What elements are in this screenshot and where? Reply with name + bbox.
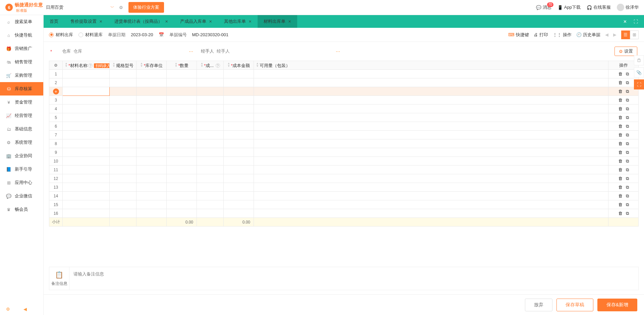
copy-icon[interactable]: ⧉ xyxy=(626,124,629,129)
copy-icon[interactable]: ⧉ xyxy=(626,115,629,120)
table-row[interactable]: 15🗑⧉ xyxy=(49,200,639,209)
radio-material-out[interactable]: 材料出库 xyxy=(49,32,73,38)
delete-icon[interactable]: 🗑 xyxy=(618,106,623,112)
copy-icon[interactable]: ⧉ xyxy=(626,202,629,207)
settings-button[interactable]: ⚙ 设置 xyxy=(614,47,637,56)
col-avail[interactable]: ▲▼可用量（包装） xyxy=(254,61,608,70)
col-spec[interactable]: ▲▼规格型号 xyxy=(110,61,137,70)
handler-input[interactable] xyxy=(216,47,341,55)
help-icon[interactable]: ? xyxy=(88,63,93,68)
delete-icon[interactable]: 🗑 xyxy=(618,211,623,216)
table-row[interactable]: 14🗑⧉ xyxy=(49,192,639,200)
table-row[interactable]: 7🗑⧉ xyxy=(49,131,639,139)
rail-note-icon[interactable]: 🗒 xyxy=(634,55,644,65)
sidebar-item-0[interactable]: ⌕搜索菜单 xyxy=(0,15,43,28)
handler-more-icon[interactable]: ⋯ xyxy=(336,49,340,54)
sidebar-item-6[interactable]: ¥资金管理 xyxy=(0,96,43,109)
save-new-button[interactable]: 保存&新增 xyxy=(597,299,637,311)
table-row[interactable]: 1🗑⧉ xyxy=(49,70,639,78)
delete-icon[interactable]: 🗑 xyxy=(618,176,623,181)
warehouse-input[interactable] xyxy=(73,47,195,55)
table-row[interactable]: 16🗑⧉ xyxy=(49,209,639,218)
col-unit[interactable]: ▲▼*库存单位 xyxy=(137,61,167,70)
sidebar-item-4[interactable]: 🛒采购管理 xyxy=(0,69,43,82)
copy-icon[interactable]: ⧉ xyxy=(626,159,629,164)
copy-icon[interactable]: ⧉ xyxy=(626,150,629,155)
sidebar-item-11[interactable]: 📘新手引导 xyxy=(0,163,43,176)
delete-icon[interactable]: 🗑 xyxy=(618,80,623,85)
tab-close-button[interactable]: ✕ xyxy=(620,16,630,27)
print-link[interactable]: 🖨 打印 xyxy=(534,32,548,38)
discard-button[interactable]: 放弃 xyxy=(525,299,552,311)
try-industry-button[interactable]: 体验行业方案 xyxy=(128,2,164,13)
copy-icon[interactable]: ⧉ xyxy=(626,80,629,85)
delete-icon[interactable]: 🗑 xyxy=(618,124,623,129)
tab-close-icon[interactable]: ✕ xyxy=(209,19,212,24)
tab-1[interactable]: 售价提取设置✕ xyxy=(64,15,108,28)
rail-expand-icon[interactable]: ⛶ xyxy=(634,79,644,89)
date-value[interactable]: 2023-03-20 xyxy=(131,32,153,37)
copy-icon[interactable]: ⧉ xyxy=(626,185,629,190)
sidebar-collapse-icon[interactable]: ◀ xyxy=(23,307,27,312)
delete-icon[interactable]: 🗑 xyxy=(618,115,623,120)
table-row[interactable]: 8🗑⧉ xyxy=(49,139,639,148)
next-doc-icon[interactable]: ▶ xyxy=(613,32,616,37)
delete-icon[interactable]: 🗑 xyxy=(618,202,623,207)
delete-icon[interactable]: 🗑 xyxy=(618,167,623,173)
category-dropdown[interactable]: 日用百货 ﹀ xyxy=(46,4,114,10)
delete-icon[interactable]: 🗑 xyxy=(618,159,623,164)
copy-icon[interactable]: ⧉ xyxy=(626,141,629,146)
tab-close-icon[interactable]: ✕ xyxy=(249,19,252,24)
tab-0[interactable]: 首页 xyxy=(44,15,64,28)
copy-icon[interactable]: ⧉ xyxy=(626,211,629,216)
table-row[interactable]: 11🗑⧉ xyxy=(49,166,639,174)
tab-close-icon[interactable]: ✕ xyxy=(165,19,168,24)
delete-icon[interactable]: 🗑 xyxy=(618,98,623,103)
scan-tag[interactable]: 扫码录入 xyxy=(94,63,110,68)
tab-5[interactable]: 材料出库单✕ xyxy=(258,15,297,28)
calendar-icon[interactable]: 📅 xyxy=(159,32,164,37)
delete-icon[interactable]: 🗑 xyxy=(618,71,623,77)
sidebar-item-8[interactable]: 🗂基础信息 xyxy=(0,122,43,136)
sidebar-item-13[interactable]: 💬企业微信 xyxy=(0,189,43,203)
copy-icon[interactable]: ⧉ xyxy=(626,193,629,199)
table-row[interactable]: 12🗑⧉ xyxy=(49,174,639,183)
tab-2[interactable]: 进货单统计表（按商品）✕ xyxy=(108,15,174,28)
copy-icon[interactable]: ⧉ xyxy=(626,132,629,138)
ops-link[interactable]: ⋮⋮ 操作 xyxy=(553,32,572,38)
tab-expand-button[interactable]: ⛶ xyxy=(630,16,641,27)
copy-icon[interactable]: ⧉ xyxy=(626,98,629,103)
app-download-link[interactable]: 📱 App下载 xyxy=(557,4,581,10)
copy-icon[interactable]: ⧉ xyxy=(626,176,629,181)
save-draft-button[interactable]: 保存草稿 xyxy=(556,299,593,311)
delete-icon[interactable]: 🗑 xyxy=(618,193,623,199)
table-row[interactable]: 9🗑⧉ xyxy=(49,148,639,157)
gear-icon[interactable]: ⚙ xyxy=(119,5,123,10)
table-row[interactable]: 3🗑⧉ xyxy=(49,96,639,105)
help-icon[interactable]: ? xyxy=(216,63,220,68)
remarks-input[interactable] xyxy=(69,267,638,290)
delete-icon[interactable]: 🗑 xyxy=(618,185,623,190)
sidebar-item-14[interactable]: ♛畅会员 xyxy=(0,203,43,216)
shortcut-link[interactable]: ⌨ 快捷键 xyxy=(508,32,529,38)
col-cost[interactable]: ▲▼*成... ? xyxy=(197,61,224,70)
tab-4[interactable]: 其他出库单✕ xyxy=(218,15,258,28)
view-list-button[interactable]: ☰ xyxy=(621,30,630,39)
copy-icon[interactable]: ⧉ xyxy=(626,167,629,173)
rail-attach-icon[interactable]: 📎 xyxy=(634,67,644,77)
copy-icon[interactable]: ⧉ xyxy=(626,89,629,94)
table-row[interactable]: 10🗑⧉ xyxy=(49,157,639,166)
col-qty[interactable]: ▲▼*数量 xyxy=(167,61,197,70)
user-menu[interactable]: 徐泽华 xyxy=(617,4,639,11)
copy-icon[interactable]: ⧉ xyxy=(626,106,629,112)
delete-icon[interactable]: 🗑 xyxy=(618,141,623,146)
copy-icon[interactable]: ⧉ xyxy=(626,71,629,77)
table-row[interactable]: 4🗑⧉ xyxy=(49,105,639,113)
sidebar-item-7[interactable]: 📈经营管理 xyxy=(0,109,43,122)
col-material[interactable]: ▲▼*材料名称?扫码录入 xyxy=(63,61,110,70)
prev-doc-icon[interactable]: ◀ xyxy=(605,32,608,37)
sidebar-item-5[interactable]: ⛁库存核算 xyxy=(0,82,43,96)
delete-icon[interactable]: 🗑 xyxy=(618,132,623,138)
table-row[interactable]: 5🗑⧉ xyxy=(49,113,639,122)
sidebar-item-2[interactable]: 🎁营销推广 xyxy=(0,42,43,55)
